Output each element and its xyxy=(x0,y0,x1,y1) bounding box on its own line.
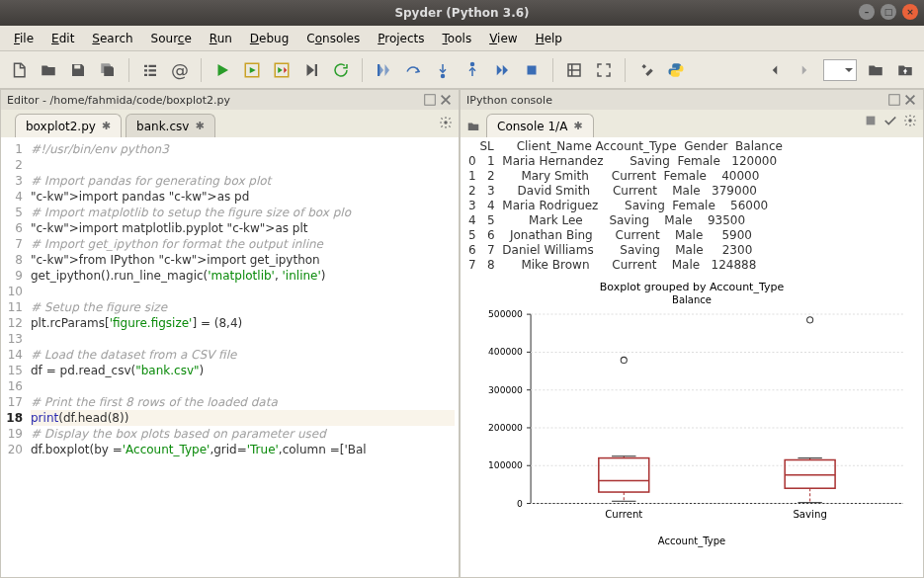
outline-icon[interactable] xyxy=(139,59,161,81)
maximize-pane-icon[interactable] xyxy=(563,59,585,81)
editor-undock-icon[interactable] xyxy=(423,93,437,107)
svg-point-54 xyxy=(807,317,813,323)
svg-point-12 xyxy=(471,62,474,65)
python-path-icon[interactable] xyxy=(665,59,687,81)
svg-rect-2 xyxy=(149,64,157,66)
menu-tools[interactable]: Tools xyxy=(435,29,480,48)
open-file-icon[interactable] xyxy=(38,59,59,81)
browse-tabs-icon[interactable] xyxy=(466,120,480,133)
gear-icon[interactable] xyxy=(903,114,917,127)
svg-rect-18 xyxy=(867,117,876,125)
gear-icon[interactable] xyxy=(439,116,453,129)
dataframe-output: SL Client_Name Account_Type Gender Balan… xyxy=(461,137,923,275)
svg-rect-9 xyxy=(315,64,317,76)
svg-rect-3 xyxy=(144,69,147,71)
svg-text:100000: 100000 xyxy=(488,459,523,470)
svg-rect-0 xyxy=(74,64,80,68)
tab-label: boxplot2.py xyxy=(26,120,96,133)
svg-text:200000: 200000 xyxy=(488,422,523,433)
code-editor[interactable]: 1234567891011121314151617181920 #!/usr/b… xyxy=(1,137,459,577)
chart-subtitle: Balance xyxy=(672,294,712,305)
menu-help[interactable]: Help xyxy=(528,29,570,48)
editor-path-label: Editor - /home/fahmida/code/boxplot2.py xyxy=(7,94,230,107)
menu-consoles[interactable]: Consoles xyxy=(298,29,368,48)
run-cell-advance-icon[interactable] xyxy=(271,59,293,81)
browse-dir-icon[interactable] xyxy=(865,59,886,81)
ipython-undock-icon[interactable] xyxy=(887,93,901,107)
run-cell-icon[interactable] xyxy=(241,59,263,81)
menu-view[interactable]: View xyxy=(481,29,525,48)
close-icon[interactable]: ✱ xyxy=(102,120,111,132)
save-all-icon[interactable] xyxy=(97,59,119,81)
working-dir-combo[interactable] xyxy=(823,59,857,81)
step-out-icon[interactable] xyxy=(462,59,483,81)
svg-rect-4 xyxy=(149,69,157,71)
run-selection-icon[interactable] xyxy=(300,59,322,81)
window-close-button[interactable]: × xyxy=(902,4,918,20)
svg-rect-1 xyxy=(144,64,147,66)
window-maximize-button[interactable]: □ xyxy=(881,4,896,20)
menu-file[interactable]: File xyxy=(6,29,42,48)
ipython-pane-title: IPython console xyxy=(461,90,923,110)
svg-rect-17 xyxy=(889,95,900,106)
window-title: Spyder (Python 3.6) xyxy=(394,6,529,20)
close-icon[interactable]: ✱ xyxy=(573,120,582,132)
svg-rect-6 xyxy=(149,73,157,75)
new-file-icon[interactable] xyxy=(8,59,30,81)
run-icon[interactable] xyxy=(211,59,233,81)
step-over-icon[interactable] xyxy=(402,59,424,81)
continue-icon[interactable] xyxy=(491,59,513,81)
svg-text:Saving: Saving xyxy=(793,509,826,520)
svg-text:500000: 500000 xyxy=(488,308,523,319)
tab-boxplot2[interactable]: boxplot2.py ✱ xyxy=(15,114,122,137)
menu-projects[interactable]: Projects xyxy=(370,29,432,48)
svg-text:300000: 300000 xyxy=(488,384,523,395)
tab-console[interactable]: Console 1/A ✱ xyxy=(486,114,594,137)
menu-search[interactable]: Search xyxy=(84,29,140,48)
save-icon[interactable] xyxy=(67,59,89,81)
console-output[interactable]: SL Client_Name Account_Type Gender Balan… xyxy=(461,137,923,577)
rerun-icon[interactable] xyxy=(330,59,352,81)
chart-xlabel: Account_Type xyxy=(470,536,913,546)
preferences-icon[interactable] xyxy=(635,59,657,81)
parent-dir-icon[interactable] xyxy=(894,59,916,81)
svg-rect-52 xyxy=(785,460,835,489)
svg-text:Current: Current xyxy=(605,509,642,520)
debug-icon[interactable] xyxy=(373,59,394,81)
editor-close-icon[interactable] xyxy=(439,93,453,107)
svg-point-16 xyxy=(444,121,448,124)
fullscreen-icon[interactable] xyxy=(593,59,615,81)
close-icon[interactable]: ✱ xyxy=(195,120,204,132)
code-content[interactable]: #!/usr/bin/env python3 # Import pandas f… xyxy=(29,137,459,577)
window-titlebar: Spyder (Python 3.6) – □ × xyxy=(0,0,924,26)
editor-pane: Editor - /home/fahmida/code/boxplot2.py … xyxy=(0,89,460,578)
back-icon[interactable] xyxy=(764,59,786,81)
forward-icon[interactable] xyxy=(794,59,815,81)
menu-edit[interactable]: Edit xyxy=(43,29,82,48)
svg-text:0: 0 xyxy=(517,498,523,509)
kernel-options-icon[interactable] xyxy=(883,114,897,127)
at-icon[interactable]: @ xyxy=(169,59,191,81)
menu-debug[interactable]: Debug xyxy=(242,29,296,48)
line-gutter: 1234567891011121314151617181920 xyxy=(1,137,29,577)
menubar: File Edit Search Source Run Debug Consol… xyxy=(0,26,924,51)
svg-rect-5 xyxy=(144,73,147,75)
toolbar: @ xyxy=(0,51,924,89)
editor-tabbar: boxplot2.py ✱ bank.csv ✱ xyxy=(1,110,459,137)
svg-rect-13 xyxy=(528,65,537,74)
stop-console-icon[interactable] xyxy=(864,114,878,127)
svg-text:400000: 400000 xyxy=(488,346,523,357)
svg-point-46 xyxy=(621,357,627,363)
menu-source[interactable]: Source xyxy=(143,29,200,48)
menu-run[interactable]: Run xyxy=(202,29,240,48)
svg-point-19 xyxy=(908,119,912,123)
window-minimize-button[interactable]: – xyxy=(859,4,875,20)
boxplot-chart: 0100000200000300000400000500000CurrentSa… xyxy=(470,305,913,533)
tab-label: Console 1/A xyxy=(497,120,567,133)
tab-bank-csv[interactable]: bank.csv ✱ xyxy=(126,114,215,137)
stop-debug-icon[interactable] xyxy=(521,59,543,81)
step-into-icon[interactable] xyxy=(432,59,454,81)
svg-rect-10 xyxy=(378,64,379,76)
chart-title: Boxplot grouped by Account_Type xyxy=(600,281,784,293)
ipython-close-icon[interactable] xyxy=(903,93,917,107)
